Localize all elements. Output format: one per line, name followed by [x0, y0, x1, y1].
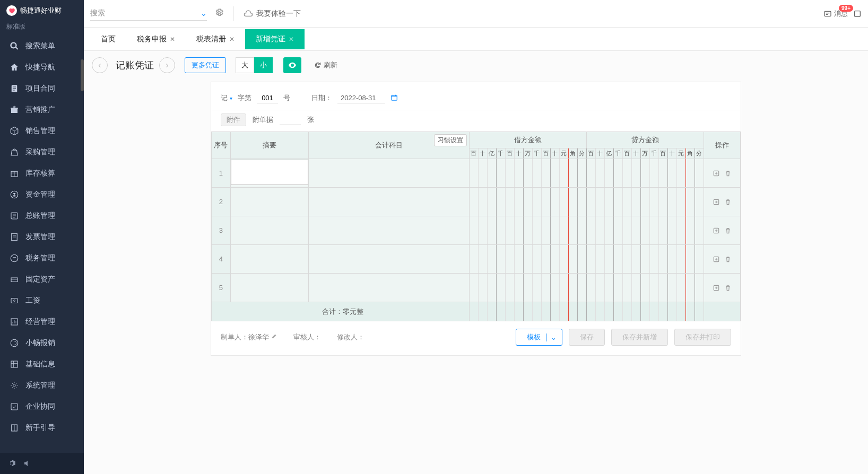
save-print-button[interactable]: 保存并打印 — [674, 329, 731, 346]
digit-cell[interactable] — [478, 274, 487, 302]
digit-cell[interactable] — [487, 245, 496, 274]
digit-cell[interactable] — [469, 159, 478, 188]
gear-icon[interactable] — [7, 459, 16, 468]
digit-cell[interactable] — [541, 216, 550, 245]
sidebar-item-cube[interactable]: 销售管理 — [0, 120, 84, 142]
digit-cell[interactable] — [469, 188, 478, 216]
digit-cell[interactable] — [577, 245, 586, 274]
digit-cell[interactable] — [640, 188, 649, 216]
digit-cell[interactable] — [613, 188, 622, 216]
digit-cell[interactable] — [695, 159, 704, 188]
sidebar-item-box[interactable]: 库存核算 — [0, 163, 84, 184]
digit-cell[interactable] — [595, 274, 604, 302]
size-small-button[interactable]: 小 — [254, 57, 273, 73]
sidebar-item-bag[interactable]: 采购管理 — [0, 142, 84, 163]
account-cell[interactable] — [308, 188, 469, 216]
chevron-down-icon[interactable]: ⌄ — [201, 9, 207, 17]
digit-cell[interactable] — [541, 159, 550, 188]
digit-cell[interactable] — [568, 216, 577, 245]
sidebar-item-biz[interactable]: 经营管理 — [0, 311, 84, 332]
sidebar-item-base[interactable]: 基础信息 — [0, 354, 84, 375]
voucher-type[interactable]: 记 — [221, 93, 228, 103]
digit-cell[interactable] — [496, 245, 505, 274]
digit-cell[interactable] — [550, 188, 559, 216]
digit-cell[interactable] — [676, 216, 685, 245]
digit-cell[interactable] — [613, 216, 622, 245]
digit-cell[interactable] — [613, 159, 622, 188]
digit-cell[interactable] — [685, 159, 695, 188]
digit-cell[interactable] — [568, 188, 577, 216]
digit-cell[interactable] — [496, 188, 505, 216]
summary-cell[interactable] — [230, 245, 308, 274]
tab-首页[interactable]: 首页 — [90, 29, 126, 49]
digit-cell[interactable] — [649, 245, 658, 274]
digit-cell[interactable] — [649, 216, 658, 245]
digit-cell[interactable] — [586, 274, 595, 302]
delete-row-icon[interactable] — [724, 198, 732, 206]
tab-税务申报[interactable]: 税务申报✕ — [126, 29, 186, 49]
digit-cell[interactable] — [487, 274, 496, 302]
digit-cell[interactable] — [514, 188, 523, 216]
digit-cell[interactable] — [622, 245, 631, 274]
add-row-icon[interactable] — [713, 170, 720, 177]
size-large-button[interactable]: 大 — [236, 57, 254, 73]
digit-cell[interactable] — [604, 245, 613, 274]
digit-cell[interactable] — [505, 274, 514, 302]
digit-cell[interactable] — [532, 159, 541, 188]
habit-settings-button[interactable]: 习惯设置 — [434, 134, 467, 146]
tab-新增凭证[interactable]: 新增凭证✕ — [245, 29, 305, 49]
digit-cell[interactable] — [478, 245, 487, 274]
digit-cell[interactable] — [649, 159, 658, 188]
digit-cell[interactable] — [523, 216, 532, 245]
sidebar-list[interactable]: 搜索菜单快捷导航项目合同营销推广销售管理采购管理库存核算资金管理总账管理发票管理… — [0, 36, 84, 453]
digit-cell[interactable] — [604, 188, 613, 216]
voucher-number-input[interactable] — [257, 93, 278, 103]
digit-cell[interactable] — [658, 245, 667, 274]
sidebar-item-salary[interactable]: 工资 — [0, 290, 84, 311]
summary-cell[interactable] — [230, 159, 308, 188]
next-voucher-button[interactable]: › — [159, 57, 175, 73]
summary-input[interactable] — [231, 160, 308, 185]
attach-count-input[interactable] — [280, 115, 301, 125]
digit-cell[interactable] — [559, 216, 568, 245]
search-input[interactable]: 搜索 ⌄ — [90, 6, 207, 21]
digit-cell[interactable] — [559, 274, 568, 302]
digit-cell[interactable] — [478, 216, 487, 245]
save-new-button[interactable]: 保存并新增 — [611, 329, 668, 346]
digit-cell[interactable] — [469, 245, 478, 274]
digit-cell[interactable] — [631, 274, 640, 302]
digit-cell[interactable] — [658, 216, 667, 245]
digit-cell[interactable] — [541, 188, 550, 216]
digit-cell[interactable] — [577, 188, 586, 216]
digit-cell[interactable] — [532, 245, 541, 274]
digit-cell[interactable] — [514, 216, 523, 245]
digit-cell[interactable] — [487, 216, 496, 245]
digit-cell[interactable] — [676, 159, 685, 188]
digit-cell[interactable] — [622, 216, 631, 245]
delete-row-icon[interactable] — [724, 227, 732, 234]
digit-cell[interactable] — [559, 245, 568, 274]
digit-cell[interactable] — [496, 159, 505, 188]
digit-cell[interactable] — [586, 245, 595, 274]
digit-cell[interactable] — [505, 245, 514, 274]
digit-cell[interactable] — [640, 216, 649, 245]
digit-cell[interactable] — [550, 159, 559, 188]
digit-cell[interactable] — [496, 274, 505, 302]
account-cell[interactable] — [308, 274, 469, 302]
digit-cell[interactable] — [487, 188, 496, 216]
digit-cell[interactable] — [550, 245, 559, 274]
summary-cell[interactable] — [230, 274, 308, 302]
close-icon[interactable]: ✕ — [289, 36, 294, 43]
experience-link[interactable]: 我要体验一下 — [244, 9, 301, 19]
digit-cell[interactable] — [613, 274, 622, 302]
summary-cell[interactable] — [230, 216, 308, 245]
sidebar-item-money[interactable]: 资金管理 — [0, 184, 84, 205]
digit-cell[interactable] — [695, 245, 704, 274]
account-cell[interactable] — [308, 245, 469, 274]
sidebar-item-doc[interactable]: 项目合同 — [0, 78, 84, 99]
digit-cell[interactable] — [550, 216, 559, 245]
digit-cell[interactable] — [622, 274, 631, 302]
digit-cell[interactable] — [604, 159, 613, 188]
digit-cell[interactable] — [514, 159, 523, 188]
sidebar-item-home[interactable]: 快捷导航 — [0, 57, 84, 78]
